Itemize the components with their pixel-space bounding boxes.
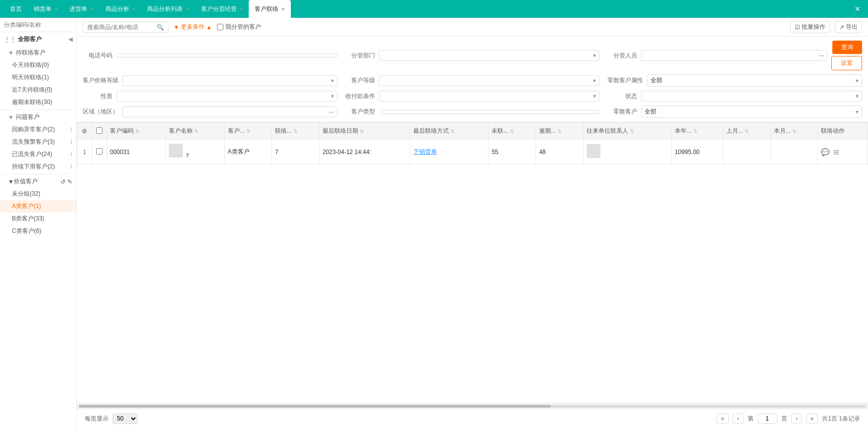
row-thismonth	[770, 140, 818, 164]
sort-icon[interactable]: ⇅	[792, 128, 796, 134]
tab-customer-contact[interactable]: 客户联络 ×	[249, 0, 290, 18]
grade-input[interactable]: ▾	[379, 75, 600, 86]
sort-icon[interactable]: ⇅	[450, 128, 454, 134]
type-input[interactable]	[379, 110, 600, 114]
sidebar-item-a-class[interactable]: A类客户(1)	[0, 200, 76, 213]
sidebar-all-section: ⋮⋮ 全部客户 ◀	[0, 32, 76, 47]
status-input[interactable]: ▾	[641, 91, 862, 102]
region-input[interactable]: ···	[122, 107, 337, 117]
dropdown-icon: ▲	[206, 24, 212, 31]
total-info: 共1页 1条记录	[822, 415, 860, 423]
sidebar-item-lostwarning[interactable]: 流失预警客户(3) ℹ	[0, 136, 76, 148]
sidebar-item-7days[interactable]: 近7天待联络(0)	[0, 84, 76, 96]
tab-goods-list[interactable]: 商品分析列表 ×	[141, 0, 195, 18]
sidebar-item-abnormal[interactable]: 回购异常客户(2) ℹ	[0, 123, 76, 136]
dropdown-arrow-icon: ▾	[856, 108, 859, 115]
filter-phone-row: 电话号码	[83, 41, 337, 70]
select-all-checkbox[interactable]	[96, 127, 103, 134]
row-actions: 💬 ⊞	[818, 140, 868, 164]
sort-icon[interactable]: ⇅	[293, 128, 297, 134]
settings-button[interactable]: 设置	[831, 56, 862, 70]
sort-icon[interactable]: ⇅	[630, 128, 634, 134]
prev-page-button[interactable]: ‹	[733, 414, 744, 424]
col-name: 客户名称 ⇅	[165, 123, 224, 140]
sidebar-item-ungrouped[interactable]: 未分组(32)	[0, 188, 76, 200]
manager-input[interactable]: ···	[641, 50, 827, 61]
edit-icon[interactable]: ✎	[67, 178, 72, 185]
col-grade-label: 客户...	[228, 127, 245, 135]
close-icon[interactable]: ×	[132, 6, 135, 12]
refresh-icon[interactable]: ↺	[60, 178, 65, 185]
sidebar-all-header[interactable]: ⋮⋮ 全部客户 ◀	[0, 32, 76, 47]
more-conditions-button[interactable]: ▼ 更多条件 ▲	[173, 23, 212, 31]
sidebar-item-c-class[interactable]: C类客户(6)	[0, 225, 76, 237]
sidebar-item-tomorrow[interactable]: 明天待联络(1)	[0, 71, 76, 84]
sidebar-item-today[interactable]: 今天待联络(0)	[0, 59, 76, 71]
manager-label: 分管人员	[607, 52, 637, 60]
retail-input[interactable]: 全部 ▾	[641, 106, 862, 118]
page-size-select[interactable]: 50 100 200	[112, 413, 138, 424]
sort-icon[interactable]: ⇅	[246, 128, 250, 134]
tab-home[interactable]: 首页	[4, 0, 28, 18]
last-page-button[interactable]: »	[806, 414, 818, 424]
row-thisyear: 10995.00	[671, 140, 723, 164]
col-partner: 往来单位联系人 ⇅	[583, 123, 671, 140]
sidebar-item-declining[interactable]: 持续下滑客户(2) ℹ	[0, 160, 76, 173]
dropdown-arrow-icon: ▾	[593, 77, 596, 84]
query-button[interactable]: 查询	[832, 41, 862, 54]
my-customers-check[interactable]	[217, 24, 223, 30]
sidebar-item-overdue[interactable]: 逾期未联络(30)	[0, 96, 76, 108]
row-overdue: 48	[536, 140, 584, 164]
sidebar-item-b-class[interactable]: B类客户(33)	[0, 213, 76, 225]
sort-icon[interactable]: ⇅	[745, 128, 749, 134]
export-button[interactable]: ↗ 导出	[835, 21, 862, 33]
pay-input[interactable]: ▾	[379, 91, 600, 102]
col-settings[interactable]: ⚙	[77, 123, 92, 140]
batch-op-button[interactable]: ☑ 批量操作	[790, 21, 830, 33]
close-icon[interactable]: ×	[54, 6, 57, 12]
sidebar-pending-group[interactable]: ▼ 待联络客户	[0, 47, 76, 59]
col-action-label: 联络动作	[821, 127, 845, 134]
close-icon[interactable]: ×	[186, 6, 189, 12]
close-all-button[interactable]: ×	[851, 4, 864, 14]
sort-icon[interactable]: ⇅	[693, 128, 697, 134]
message-icon[interactable]: 💬	[821, 148, 829, 156]
row-uncontacted: 55	[488, 140, 536, 164]
dept-label: 分管部门	[345, 52, 375, 60]
tab-goods-analysis[interactable]: 商品分析 ×	[100, 0, 141, 18]
row-last-date: 2023-04-12 14:44:	[319, 140, 410, 164]
scrollbar-thumb[interactable]	[79, 405, 551, 408]
horizontal-scrollbar[interactable]	[77, 403, 868, 409]
sidebar-item-lost[interactable]: 已流失客户(24) ℹ	[0, 148, 76, 160]
sort-icon[interactable]: ⇅	[135, 128, 139, 134]
last-method-link[interactable]: 下销货单	[413, 148, 437, 155]
phone-input[interactable]	[116, 54, 337, 57]
qr-icon[interactable]: ⊞	[833, 148, 839, 156]
sort-icon[interactable]: ⇅	[194, 128, 198, 134]
gender-input[interactable]: ▾	[116, 91, 337, 102]
page-number-input[interactable]	[758, 414, 777, 424]
tab-customer-segment[interactable]: 客户分层经营 ×	[195, 0, 249, 18]
sort-icon[interactable]: ⇅	[557, 128, 561, 134]
first-page-button[interactable]: «	[716, 414, 729, 424]
sidebar-search-wrap: 🔍	[0, 18, 76, 32]
row-checkbox[interactable]	[96, 148, 103, 155]
dropdown-arrow-icon: ▾	[331, 93, 334, 100]
close-icon[interactable]: ×	[240, 6, 243, 12]
price-input[interactable]: ▾	[122, 75, 337, 86]
my-customers-checkbox[interactable]: 我分管的客户	[217, 23, 261, 31]
sort-icon[interactable]: ⇅	[510, 128, 514, 134]
sort-icon[interactable]: ⇅	[360, 128, 364, 134]
close-icon[interactable]: ×	[90, 6, 93, 12]
dept-input[interactable]: ▾	[379, 50, 600, 61]
close-icon[interactable]: ×	[281, 6, 284, 12]
sidebar-problem-group[interactable]: ▼ 问题客户	[0, 111, 76, 123]
batch-icon: ☑	[795, 24, 800, 31]
retail-attr-input[interactable]: 全部 ▾	[647, 74, 862, 87]
collapse-icon[interactable]: ◀	[68, 36, 72, 43]
tab-sales[interactable]: 销货单 ×	[28, 0, 63, 18]
sidebar-search-input[interactable]	[4, 21, 77, 28]
tab-purchase[interactable]: 进货单 ×	[63, 0, 99, 18]
next-page-button[interactable]: ›	[791, 414, 802, 424]
search-input[interactable]	[87, 24, 157, 31]
